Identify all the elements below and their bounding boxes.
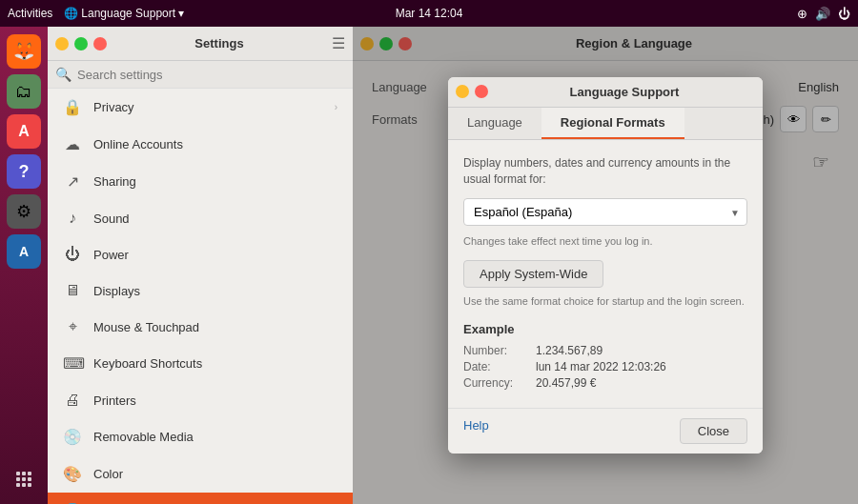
- settings-search-bar[interactable]: 🔍: [48, 61, 353, 89]
- maximize-button[interactable]: [74, 37, 88, 50]
- dock-lang[interactable]: A: [7, 234, 41, 269]
- date-label: Date:: [463, 360, 530, 373]
- dock-files[interactable]: 🗂: [7, 74, 41, 109]
- dialog-content: Display numbers, dates and currency amou…: [448, 140, 763, 409]
- sidebar-item-label: Power: [93, 248, 337, 262]
- dialog-title: Language Support: [494, 85, 755, 99]
- example-date-row: Date: lun 14 mar 2022 12:03:26: [463, 360, 747, 373]
- sidebar-item-label: Privacy: [93, 100, 323, 114]
- example-number-row: Number: 1.234.567,89: [463, 344, 747, 357]
- dialog-close-btn[interactable]: Close: [680, 418, 747, 444]
- power-menu-icon[interactable]: ⏻: [838, 7, 850, 21]
- sidebar-item-label: Sharing: [93, 174, 337, 189]
- minimize-button[interactable]: [55, 37, 69, 50]
- sidebar-item-sound[interactable]: ♪ Sound: [48, 200, 353, 236]
- svg-rect-2: [28, 472, 31, 475]
- dialog-close-button[interactable]: [475, 85, 488, 98]
- share-icon: ↗: [63, 172, 82, 191]
- language-support-dialog: Language Support Language Regional Forma…: [448, 77, 763, 454]
- cloud-icon: ☁: [63, 135, 82, 153]
- dock-firefox[interactable]: 🦊: [7, 34, 41, 69]
- example-currency-row: Currency: 20.457,99 €: [463, 376, 747, 390]
- power-icon: ⏻: [63, 246, 82, 263]
- close-button[interactable]: [93, 37, 107, 50]
- sidebar-item-keyboard-shortcuts[interactable]: ⌨ Keyboard Shortcuts: [48, 345, 353, 382]
- apply-system-wide-button[interactable]: Apply System-Wide: [463, 260, 603, 288]
- sidebar-item-sharing[interactable]: ↗ Sharing: [48, 163, 353, 200]
- help-link[interactable]: Help: [463, 418, 489, 444]
- privacy-icon: 🔒: [63, 98, 82, 116]
- sidebar-item-label: Online Accounts: [93, 137, 337, 151]
- svg-rect-0: [16, 472, 20, 475]
- sidebar-item-label: Keyboard Shortcuts: [93, 356, 337, 371]
- settings-titlebar: Settings ☰: [48, 27, 353, 61]
- sidebar-item-color[interactable]: 🎨 Color: [48, 455, 353, 493]
- sidebar-item-label: Sound: [93, 212, 337, 226]
- number-value: 1.234.567,89: [536, 344, 603, 357]
- settings-title: Settings: [112, 36, 326, 50]
- search-icon: 🔍: [55, 67, 72, 82]
- settings-window: Settings ☰ 🔍 🔒 Privacy › ☁ Online Accoun…: [48, 27, 353, 504]
- lang-support-menu[interactable]: 🌐 Language Support ▾: [64, 7, 184, 20]
- svg-rect-4: [22, 477, 26, 481]
- dock-settings[interactable]: ⚙: [7, 194, 41, 229]
- display-icon: 🖥: [63, 282, 82, 299]
- sidebar-item-displays[interactable]: 🖥 Displays: [48, 272, 353, 309]
- activities-button[interactable]: Activities: [8, 7, 52, 20]
- locale-select[interactable]: Español (España) English (United States)…: [463, 198, 747, 226]
- printer-icon: 🖨: [63, 392, 82, 409]
- sidebar-item-power[interactable]: ⏻ Power: [48, 236, 353, 272]
- svg-rect-6: [16, 483, 20, 487]
- svg-rect-3: [16, 477, 20, 481]
- dialog-body: Language Regional Formats Display number…: [448, 108, 763, 454]
- app-grid-button[interactable]: [7, 462, 41, 496]
- sidebar-item-printers[interactable]: 🖨 Printers: [48, 382, 353, 418]
- mouse-icon: ⌖: [63, 318, 82, 335]
- dialog-overlay: Language Support Language Regional Forma…: [353, 27, 858, 504]
- dock-appstore[interactable]: A: [7, 114, 41, 149]
- svg-rect-1: [22, 472, 26, 475]
- keyboard-icon: ⌨: [63, 354, 82, 373]
- menu-icon[interactable]: ☰: [332, 34, 345, 52]
- search-input[interactable]: [77, 68, 345, 82]
- sidebar-item-mouse-touchpad[interactable]: ⌖ Mouse & Touchpad: [48, 309, 353, 345]
- sidebar-item-label: Removable Media: [93, 430, 337, 444]
- dock-help[interactable]: ?: [7, 154, 41, 189]
- number-label: Number:: [463, 344, 530, 357]
- globe-icon: 🌐: [64, 7, 78, 20]
- svg-rect-5: [28, 477, 31, 481]
- svg-rect-8: [28, 483, 31, 487]
- svg-rect-7: [22, 483, 26, 487]
- sidebar-item-region-language[interactable]: 🌐 Region & Language: [48, 493, 353, 504]
- color-icon: 🎨: [63, 465, 82, 483]
- settings-list: 🔒 Privacy › ☁ Online Accounts ↗ Sharing …: [48, 89, 353, 504]
- currency-value: 20.457,99 €: [536, 376, 596, 390]
- dialog-minimize-button[interactable]: [456, 85, 469, 98]
- example-section: Example Number: 1.234.567,89 Date: lun 1…: [463, 322, 747, 390]
- sidebar-item-privacy[interactable]: 🔒 Privacy ›: [48, 89, 353, 126]
- network-icon[interactable]: ⊕: [797, 7, 807, 21]
- sidebar-item-removable-media[interactable]: 💿 Removable Media: [48, 418, 353, 455]
- currency-label: Currency:: [463, 376, 530, 390]
- locale-select-wrapper[interactable]: Español (España) English (United States)…: [463, 198, 747, 226]
- volume-icon[interactable]: 🔊: [815, 7, 830, 21]
- apply-description: Use the same format choice for startup a…: [463, 295, 747, 307]
- sidebar-item-online-accounts[interactable]: ☁ Online Accounts: [48, 126, 353, 163]
- sound-icon: ♪: [63, 210, 82, 227]
- dialog-tabs: Language Regional Formats: [448, 108, 763, 140]
- topbar: Activities 🌐 Language Support ▾ Mar 14 1…: [0, 0, 858, 27]
- tab-language[interactable]: Language: [448, 108, 541, 139]
- dialog-description: Display numbers, dates and currency amou…: [463, 155, 747, 188]
- change-note: Changes take effect next time you log in…: [463, 235, 747, 247]
- example-title: Example: [463, 322, 747, 336]
- chevron-right-icon: ›: [335, 102, 337, 112]
- datetime-display: Mar 14 12:04: [396, 7, 463, 20]
- tab-regional-formats[interactable]: Regional Formats: [541, 108, 684, 139]
- sidebar-item-label: Printers: [93, 393, 337, 408]
- sidebar-item-label: Displays: [93, 284, 337, 298]
- sidebar-item-label: Mouse & Touchpad: [93, 320, 337, 334]
- dropdown-arrow-icon: ▾: [178, 7, 184, 20]
- media-icon: 💿: [63, 428, 82, 446]
- dock: 🦊 🗂 A ? ⚙ A: [0, 27, 48, 504]
- sidebar-item-label: Color: [93, 467, 337, 481]
